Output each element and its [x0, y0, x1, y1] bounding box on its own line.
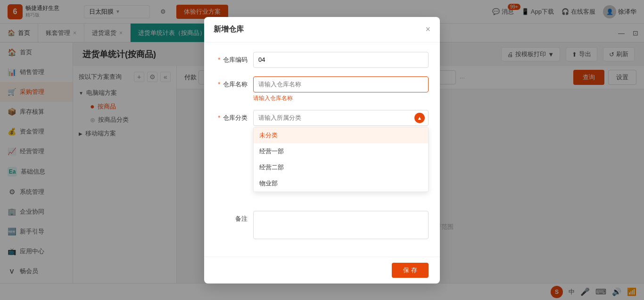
dialog-header: 新增仓库 ×	[204, 17, 440, 42]
dialog-add-warehouse: 新增仓库 × * 仓库编码 * 仓库名称 请输入仓库名称	[204, 17, 440, 283]
note-textarea-wrap	[253, 211, 429, 241]
warehouse-note-row: 备注	[215, 211, 429, 241]
warehouse-category-row: * 仓库分类 ▲ 未分类 经营一部 经营二部 物业部	[215, 110, 429, 126]
warehouse-code-input[interactable]	[253, 52, 429, 68]
save-button[interactable]: 保 存	[392, 263, 429, 278]
warehouse-code-label: * 仓库编码	[215, 52, 253, 64]
warehouse-name-error: 请输入仓库名称	[253, 94, 429, 102]
warehouse-name-input[interactable]	[253, 76, 429, 92]
dialog-footer: 保 存	[204, 257, 440, 283]
category-input[interactable]	[253, 110, 429, 126]
category-dropdown: 未分类 经营一部 经营二部 物业部	[253, 127, 429, 192]
dialog-title: 新增仓库	[214, 25, 244, 34]
warehouse-name-label: * 仓库名称	[215, 76, 253, 89]
category-select-wrap: ▲ 未分类 经营一部 经营二部 物业部	[253, 110, 429, 126]
warehouse-note-label: 备注	[215, 211, 253, 223]
modal-overlay: 新增仓库 × * 仓库编码 * 仓库名称 请输入仓库名称	[0, 0, 644, 300]
close-dialog-button[interactable]: ×	[425, 25, 430, 34]
dropdown-item-dept2[interactable]: 经营二部	[254, 159, 428, 175]
warehouse-name-row: * 仓库名称 请输入仓库名称	[215, 76, 429, 101]
warehouse-category-label: * 仓库分类	[215, 110, 253, 122]
warehouse-code-row: * 仓库编码	[215, 52, 429, 68]
warehouse-note-input[interactable]	[253, 211, 429, 239]
category-arrow-icon[interactable]: ▲	[414, 113, 425, 123]
dropdown-item-uncategorized[interactable]: 未分类	[254, 127, 428, 143]
dialog-body: * 仓库编码 * 仓库名称 请输入仓库名称 *	[204, 42, 440, 257]
dropdown-item-dept1[interactable]: 经营一部	[254, 143, 428, 159]
dropdown-item-property[interactable]: 物业部	[254, 175, 428, 192]
